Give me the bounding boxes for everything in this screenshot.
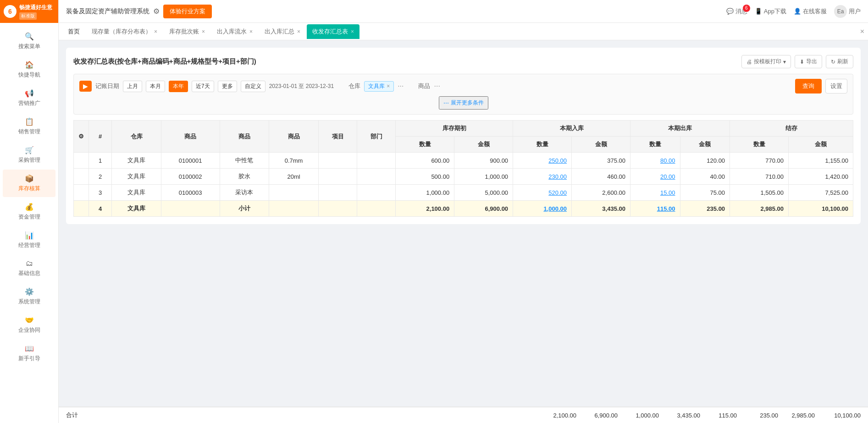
search-icon: 🔍: [25, 32, 34, 41]
cell-warehouse: 文具库: [112, 201, 161, 217]
th-dept: 部门: [357, 121, 396, 153]
cell-opening-amt: 5,000.00: [454, 185, 513, 201]
date-btn-custom[interactable]: 自定义: [241, 81, 265, 92]
tab-inout-summary-close[interactable]: ×: [297, 28, 300, 35]
date-btn-this-month[interactable]: 本月: [146, 81, 165, 92]
tab-batch-label: 库存批次账: [169, 27, 199, 36]
tab-inout-summary[interactable]: 出入库汇总 ×: [259, 24, 306, 39]
cell-out-qty[interactable]: 20.00: [630, 169, 680, 185]
cell-in-amt: 460.00: [572, 169, 630, 185]
sidebar-item-label: 资金管理: [18, 213, 40, 221]
footer-opening-amt: 6,900.00: [576, 412, 618, 419]
tab-bar: 首页 现存量（库存分布表） × 库存批次账 × 出入库流水 × 出入库汇总 × …: [59, 23, 868, 40]
user-item[interactable]: Ea 用户: [834, 5, 861, 18]
sidebar-item-label: 基础信息: [18, 269, 40, 277]
page-header: 收发存汇总表(按仓库+商品编码+商品+规格型号+项目+部门) 🖨 按模板打印 ▾…: [73, 55, 853, 68]
sidebar-item-label: 新手引导: [18, 355, 40, 363]
tab-bar-close[interactable]: ×: [860, 27, 864, 36]
cell-out-amt: 40.00: [680, 169, 730, 185]
tab-inout-flow[interactable]: 出入库流水 ×: [211, 24, 258, 39]
warehouse-more-icon[interactable]: ···: [398, 82, 404, 90]
export-label: 导出: [806, 58, 817, 66]
sidebar-item-inventory[interactable]: 📦 库存核算: [3, 170, 55, 197]
settings-button[interactable]: 设置: [825, 79, 847, 93]
table-row: 2文具库0100002胶水20ml500.001,000.00230.00460…: [74, 169, 853, 185]
tab-inout-flow-close[interactable]: ×: [249, 28, 253, 35]
tab-receive-summary-close[interactable]: ×: [351, 28, 354, 35]
tab-batch[interactable]: 库存批次账 ×: [164, 24, 210, 39]
cell-in-qty[interactable]: 1,000.00: [513, 201, 572, 217]
sidebar-item-quick-nav[interactable]: 🏠 快捷导航: [3, 56, 55, 83]
app-download-item[interactable]: 📱 App下载: [755, 7, 786, 16]
th-spec: 商品: [269, 121, 319, 153]
cell-out-qty[interactable]: 115.00: [630, 201, 680, 217]
cell-settings[interactable]: [74, 153, 89, 169]
tab-batch-close[interactable]: ×: [202, 28, 205, 35]
finance-icon: 💰: [25, 203, 34, 211]
cell-settings[interactable]: [74, 201, 89, 217]
tab-receive-summary[interactable]: 收发存汇总表 ×: [307, 24, 359, 39]
cell-out-amt: 75.00: [680, 185, 730, 201]
date-btn-7days[interactable]: 近7天: [192, 81, 214, 92]
online-service-item[interactable]: 👤 在线客服: [794, 7, 827, 16]
tab-inventory-dist-close[interactable]: ×: [154, 28, 157, 35]
cell-opening-amt: 6,900.00: [454, 201, 513, 217]
sidebar-item-enterprise[interactable]: 🤝 企业协同: [3, 311, 55, 339]
data-table: ⚙ # 仓库 商品 商品 商品 项目 部门 库存期初 本期入库 本期出库: [73, 120, 853, 217]
cell-spec: [269, 185, 319, 201]
expand-more-button[interactable]: ⋯ 展开更多条件: [439, 96, 488, 110]
sidebar-item-sales[interactable]: 📋 销售管理: [3, 113, 55, 140]
cell-no: 4: [89, 201, 112, 217]
sidebar-item-guide[interactable]: 📖 新手引导: [3, 340, 55, 367]
tab-inventory-dist[interactable]: 现存量（库存分布表） ×: [86, 24, 163, 39]
cell-name: 胶水: [220, 169, 269, 185]
cell-out-qty[interactable]: 80.00: [630, 153, 680, 169]
cell-dept: [357, 169, 396, 185]
print-button[interactable]: 🖨 按模板打印 ▾: [741, 55, 791, 68]
cell-in-qty[interactable]: 250.00: [513, 153, 572, 169]
th-name: 商品: [220, 121, 269, 153]
avatar: Ea: [834, 5, 847, 18]
main-area: 装备及固定资产辅助管理系统 ⚙ 体验行业方案 💬 消息 6 📱 App下载 👤 …: [59, 0, 868, 423]
sidebar-item-search[interactable]: 🔍 搜索菜单: [3, 27, 55, 55]
date-btn-this-year[interactable]: 本年: [169, 81, 188, 92]
th-opening-qty: 数量: [396, 137, 454, 153]
cell-in-qty[interactable]: 230.00: [513, 169, 572, 185]
tab-home-label: 首页: [68, 27, 80, 36]
cell-warehouse: 文具库: [112, 185, 161, 201]
sidebar-item-marketing[interactable]: 📢 营销推广: [3, 84, 55, 112]
sidebar-item-label: 系统管理: [18, 298, 40, 306]
date-btn-more[interactable]: 更多: [218, 81, 237, 92]
sidebar-item-system[interactable]: ⚙️ 系统管理: [3, 283, 55, 310]
table-container: ⚙ # 仓库 商品 商品 商品 项目 部门 库存期初 本期入库 本期出库: [73, 120, 853, 217]
home-icon: 🏠: [25, 60, 34, 69]
cell-out-qty[interactable]: 15.00: [630, 185, 680, 201]
cell-settings[interactable]: [74, 169, 89, 185]
settings-icon[interactable]: ⚙: [153, 7, 160, 16]
sidebar-item-label: 企业协同: [18, 326, 40, 334]
sidebar-item-finance[interactable]: 💰 资金管理: [3, 198, 55, 225]
query-button[interactable]: 查询: [795, 79, 822, 93]
experience-button[interactable]: 体验行业方案: [163, 5, 212, 18]
tab-home[interactable]: 首页: [62, 24, 85, 39]
message-item[interactable]: 💬 消息 6: [726, 7, 747, 16]
warehouse-tag-close[interactable]: ×: [387, 83, 390, 89]
th-settings[interactable]: ⚙: [74, 121, 89, 153]
warehouse-filter-label: 仓库: [348, 82, 360, 90]
sidebar-item-purchase[interactable]: 🛒 采购管理: [3, 141, 55, 169]
sidebar-item-operation[interactable]: 📊 经营管理: [3, 226, 55, 254]
sidebar-item-basic[interactable]: 🗂 基础信息: [3, 255, 55, 282]
cell-in-qty[interactable]: 520.00: [513, 185, 572, 201]
export-button[interactable]: ⬇ 导出: [795, 55, 822, 68]
date-btn-last-month[interactable]: 上月: [123, 81, 142, 92]
filter-toggle-button[interactable]: ▶: [79, 81, 92, 92]
cell-warehouse: 文具库: [112, 169, 161, 185]
th-in: 本期入库: [513, 121, 630, 137]
goods-more-icon[interactable]: ···: [434, 82, 440, 90]
cell-project: [319, 153, 357, 169]
cell-code: 0100001: [161, 153, 220, 169]
th-in-qty: 数量: [513, 137, 572, 153]
refresh-button[interactable]: ↻ 刷新: [826, 55, 853, 68]
page-card: 收发存汇总表(按仓库+商品编码+商品+规格型号+项目+部门) 🖨 按模板打印 ▾…: [66, 48, 861, 224]
cell-settings[interactable]: [74, 185, 89, 201]
